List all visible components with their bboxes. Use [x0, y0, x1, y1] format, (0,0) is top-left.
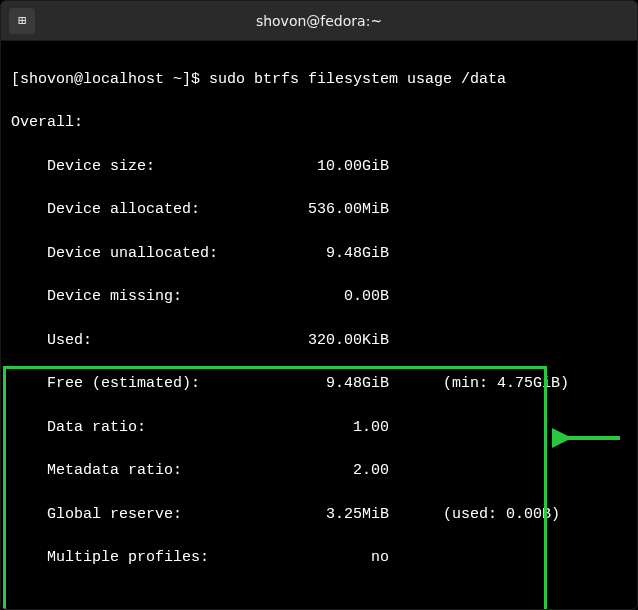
- prompt: [shovon@localhost ~]$: [11, 71, 209, 88]
- stat-line: Free (estimated): 9.48GiB (min: 4.75GiB): [11, 373, 627, 395]
- new-tab-button[interactable]: ⊞: [9, 8, 35, 34]
- terminal-content[interactable]: [shovon@localhost ~]$ sudo btrfs filesys…: [1, 41, 637, 610]
- new-tab-icon: ⊞: [18, 12, 26, 29]
- terminal-window: ⊞ shovon@fedora:~ [shovon@localhost ~]$ …: [0, 0, 638, 610]
- stat-line: Used: 320.00KiB: [11, 330, 627, 352]
- prompt-line: [shovon@localhost ~]$ sudo btrfs filesys…: [11, 69, 627, 91]
- stat-line: Metadata ratio: 2.00: [11, 460, 627, 482]
- titlebar: ⊞ shovon@fedora:~: [1, 1, 637, 41]
- highlight-box: [3, 366, 547, 610]
- blank-line: [11, 591, 627, 610]
- overall-label: Overall:: [11, 112, 627, 134]
- stat-line: Global reserve: 3.25MiB (used: 0.00B): [11, 504, 627, 526]
- stat-line: Multiple profiles: no: [11, 547, 627, 569]
- window-title: shovon@fedora:~: [35, 13, 603, 29]
- stat-line: Data ratio: 1.00: [11, 417, 627, 439]
- stat-line: Device unallocated: 9.48GiB: [11, 243, 627, 265]
- command: sudo btrfs filesystem usage /data: [209, 71, 506, 88]
- stat-line: Device size: 10.00GiB: [11, 156, 627, 178]
- stat-line: Device missing: 0.00B: [11, 286, 627, 308]
- stat-line: Device allocated: 536.00MiB: [11, 199, 627, 221]
